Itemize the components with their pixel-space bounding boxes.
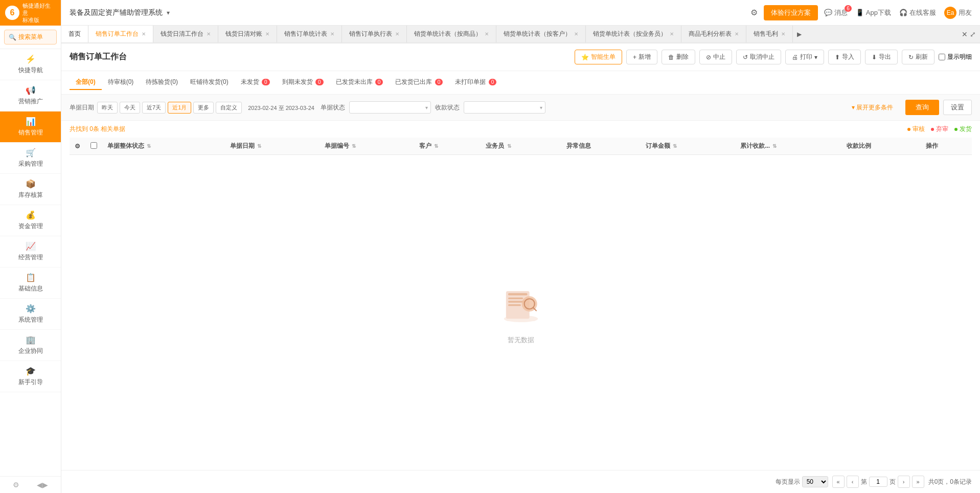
app-download-action[interactable]: 📱 App下载 xyxy=(856,8,891,17)
collapse-sidebar-btn[interactable]: ◀▶ xyxy=(37,481,48,489)
sidebar-item-operations[interactable]: 📈 经营管理 xyxy=(0,236,61,267)
filter-tab-wangpu-ship[interactable]: 旺铺待发货(0) xyxy=(184,75,235,90)
print-btn[interactable]: 🖨 打印 ▾ xyxy=(785,50,824,64)
tab-cash-reconcile[interactable]: 钱货日清对账 ✕ xyxy=(218,26,277,42)
tab-more-btn[interactable]: ▶ xyxy=(793,27,806,42)
tab-close-sales-order-stats[interactable]: ✕ xyxy=(330,31,334,37)
date-btn-7days[interactable]: 近7天 xyxy=(142,102,166,114)
date-btn-more[interactable]: 更多 xyxy=(193,102,214,114)
sidebar-item-system[interactable]: ⚙️ 系统管理 xyxy=(0,299,61,330)
tab-close-cash-reconcile[interactable]: ✕ xyxy=(265,31,269,37)
star-icon: ⭐ xyxy=(581,54,589,61)
message-action[interactable]: 💬 消息 6 xyxy=(824,8,848,17)
tab-maximize-btn[interactable]: ⤢ xyxy=(970,30,976,38)
tab-close-sales-stats-product[interactable]: ✕ xyxy=(485,31,489,37)
sort-status-icon[interactable]: ⇅ xyxy=(147,143,151,149)
tab-close-sales-stats-customer[interactable]: ✕ xyxy=(574,31,578,37)
first-page-btn[interactable]: « xyxy=(832,476,845,488)
filter-tab-pending-review[interactable]: 待审核(0) xyxy=(102,75,140,90)
tab-close-product-margin[interactable]: ✕ xyxy=(735,31,739,37)
prev-page-btn[interactable]: ‹ xyxy=(847,476,859,488)
filter-tab-pending-inspect[interactable]: 待拣验货(0) xyxy=(140,75,184,90)
online-service-action[interactable]: 🎧 在线客服 xyxy=(899,8,936,17)
date-btn-1month[interactable]: 近1月 xyxy=(168,102,191,114)
tab-close-all-btn[interactable]: ✕ xyxy=(962,30,968,38)
page-size-select[interactable]: 50 100 200 xyxy=(802,476,828,487)
cancel-stop-btn[interactable]: ↺ 取消中止 xyxy=(736,50,781,64)
page-actions: ⭐ 智能生单 + 新增 🗑 删除 ⊘ 中止 ↺ 取消中止 xyxy=(575,50,972,64)
sidebar-item-marketing[interactable]: 📢 营销推广 xyxy=(0,80,61,111)
sort-amount-icon[interactable]: ⇅ xyxy=(673,143,677,149)
tab-sales-order-exec[interactable]: 销售订单执行表 ✕ xyxy=(342,26,407,42)
tab-close-sales-order-workbench[interactable]: ✕ xyxy=(142,31,146,37)
payment-select[interactable] xyxy=(464,101,545,114)
sort-salesperson-icon[interactable]: ⇅ xyxy=(507,143,511,149)
tab-sales-order-stats[interactable]: 销售订单统计表 ✕ xyxy=(277,26,342,42)
date-btn-today[interactable]: 今天 xyxy=(120,102,140,114)
tab-sales-stats-staff[interactable]: 销货单统计表（按业务员） ✕ xyxy=(586,26,681,42)
show-detail-checkbox[interactable] xyxy=(939,54,945,60)
show-detail-checkbox-label[interactable]: 显示明细 xyxy=(939,53,972,61)
sidebar-item-finance[interactable]: 💰 资金管理 xyxy=(0,205,61,236)
import-btn[interactable]: ⬆ 导入 xyxy=(828,50,861,64)
tab-sales-stats-product[interactable]: 销货单统计表（按商品） ✕ xyxy=(407,26,496,42)
sort-number-icon[interactable]: ⇅ xyxy=(352,143,356,149)
sort-date-icon[interactable]: ⇅ xyxy=(257,143,261,149)
sidebar-item-inventory[interactable]: 📦 库存核算 xyxy=(0,174,61,205)
sort-collected-icon[interactable]: ⇅ xyxy=(772,143,777,149)
sidebar-item-purchase[interactable]: 🛒 采购管理 xyxy=(0,143,61,174)
date-btn-yesterday[interactable]: 昨天 xyxy=(97,102,118,114)
sidebar-item-guide[interactable]: 🎓 新手引导 xyxy=(0,361,61,392)
sidebar-item-enterprise[interactable]: 🏢 企业协同 xyxy=(0,330,61,361)
settings-icon-btn[interactable]: ⚙ xyxy=(750,8,758,17)
refresh-btn[interactable]: ↻ 刷新 xyxy=(902,50,935,64)
new-btn[interactable]: + 新增 xyxy=(626,50,657,64)
approve-action[interactable]: 审核 xyxy=(907,125,925,133)
filter-tab-shipped-out[interactable]: 已发货已出库 0 xyxy=(389,75,449,90)
status-select[interactable] xyxy=(349,101,431,114)
sidebar-item-quick-nav[interactable]: ⚡ 快捷导航 xyxy=(0,49,61,80)
smart-create-btn[interactable]: ⭐ 智能生单 xyxy=(575,50,622,64)
filter-tab-unprinted[interactable]: 未打印单据 0 xyxy=(449,75,503,90)
tab-sales-order-workbench[interactable]: 销售订单工作台 ✕ xyxy=(88,26,153,43)
select-all-checkbox[interactable] xyxy=(90,142,97,149)
export-btn[interactable]: ⬇ 导出 xyxy=(865,50,898,64)
tab-sales-profit[interactable]: 销售毛利 ✕ xyxy=(746,26,793,42)
filter-tab-shipped-not-out[interactable]: 已发货未出库 0 xyxy=(330,75,390,90)
solution-button[interactable]: 体验行业方案 xyxy=(764,5,818,20)
table-scroll-container[interactable]: ⚙ 单据整体状态 ⇅ 单据日期 ⇅ xyxy=(70,138,972,155)
reject-action[interactable]: 弃审 xyxy=(931,125,948,133)
expand-conditions-btn[interactable]: ▾ 展开更多条件 xyxy=(846,101,899,114)
system-dropdown-btn[interactable]: ▾ xyxy=(167,9,170,16)
th-checkbox[interactable] xyxy=(85,138,102,155)
sidebar-item-base-info[interactable]: 📋 基础信息 xyxy=(0,267,61,299)
tab-close-sales-profit[interactable]: ✕ xyxy=(781,31,785,37)
settings-bottom-btn[interactable]: ⚙ xyxy=(13,481,19,489)
filter-tab-unshipped[interactable]: 未发货 0 xyxy=(235,75,276,90)
sidebar-item-sales[interactable]: 📊 销售管理 xyxy=(0,111,61,143)
sort-customer-icon[interactable]: ⇅ xyxy=(434,143,438,149)
last-page-btn[interactable]: » xyxy=(912,476,924,488)
tab-sales-stats-customer[interactable]: 销货单统计表（按客户） ✕ xyxy=(496,26,586,42)
tab-close-cash-daily[interactable]: ✕ xyxy=(207,31,211,37)
ship-action[interactable]: 发货 xyxy=(954,125,972,133)
search-menu-button[interactable]: 🔍 搜索菜单 xyxy=(4,30,57,44)
delete-btn[interactable]: 🗑 删除 xyxy=(662,50,695,64)
date-btn-custom[interactable]: 自定义 xyxy=(216,102,242,114)
main-area: 装备及固定资产辅助管理系统 ▾ ⚙ 体验行业方案 💬 消息 6 📱 App下载 … xyxy=(61,0,980,493)
page-input[interactable] xyxy=(869,477,887,487)
set-btn[interactable]: 设置 xyxy=(943,100,972,115)
user-menu[interactable]: Ea 用友 xyxy=(944,7,972,19)
tab-product-margin[interactable]: 商品毛利分析表 ✕ xyxy=(681,26,746,42)
query-btn[interactable]: 查询 xyxy=(905,100,939,115)
filter-tab-all[interactable]: 全部(0) xyxy=(70,75,102,90)
th-settings[interactable]: ⚙ xyxy=(70,138,85,155)
tab-home[interactable]: 首页 xyxy=(61,26,88,42)
tab-close-sales-stats-staff[interactable]: ✕ xyxy=(670,31,674,37)
stop-btn[interactable]: ⊘ 中止 xyxy=(699,50,732,64)
tab-cash-daily[interactable]: 钱货日清工作台 ✕ xyxy=(153,26,218,42)
topbar-actions: 💬 消息 6 📱 App下载 🎧 在线客服 Ea 用友 xyxy=(824,7,972,19)
next-page-btn[interactable]: › xyxy=(898,476,910,488)
tab-close-sales-order-exec[interactable]: ✕ xyxy=(395,31,399,37)
filter-tab-expired-unshipped[interactable]: 到期未发货 0 xyxy=(276,75,330,90)
